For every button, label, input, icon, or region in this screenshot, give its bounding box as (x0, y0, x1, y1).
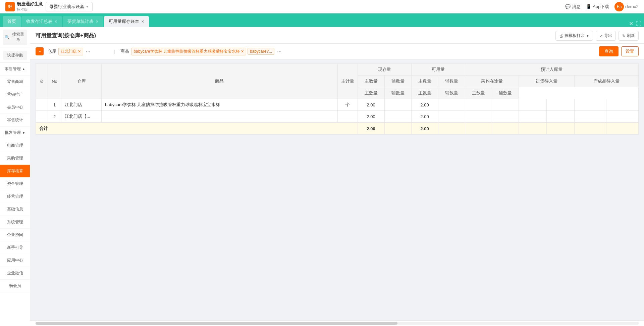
product-tag-close-0-icon[interactable]: ✕ (241, 49, 244, 54)
sidebar-item-marketing[interactable]: 营销推广 (0, 88, 30, 101)
tab-orders-close-icon[interactable]: ✕ (96, 19, 99, 24)
total-production-aux (606, 123, 639, 135)
tab-orders-label: 要货单统计表 (67, 18, 94, 25)
sidebar-item-retail-mall[interactable]: 零售商城 (0, 76, 30, 88)
sidebar-item-retail-stats[interactable]: 零售统计 (0, 114, 30, 127)
messages-label: 消息 (572, 4, 581, 10)
tab-close-all-icon[interactable]: ✕ (629, 20, 633, 27)
col-inbound-label: 进货待入量 (536, 79, 557, 84)
sidebar-item-vip-label: 畅会员 (9, 283, 21, 289)
content-area: 可用量查询(按仓库+商品) 🖨 按模板打印 ▼ ↗ 导出 ↻ 刷新 (30, 27, 644, 326)
sidebar-item-finance[interactable]: 资金管理 (0, 178, 30, 190)
col-header-stock-group: 现存量 (358, 64, 411, 76)
col-available-group-label: 可用量 (432, 67, 445, 72)
col-header-available-group: 可用量 (411, 64, 465, 76)
tab-fullscreen-icon[interactable]: ⛶ (636, 21, 641, 27)
refresh-button[interactable]: ↻ 刷新 (619, 31, 639, 41)
sidebar-item-app-center-label: 应用中心 (7, 258, 23, 263)
sidebar-item-enterprise[interactable]: 企业协同 (0, 229, 30, 241)
app-download-button[interactable]: 📱 App下载 (586, 4, 609, 10)
refresh-label: 刷新 (627, 33, 635, 39)
filter-expand-button[interactable]: » (36, 47, 44, 55)
sidebar-item-member-label: 会员中心 (7, 104, 23, 110)
sidebar-item-system[interactable]: 系统管理 (0, 216, 30, 229)
export-button[interactable]: ↗ 导出 (596, 31, 616, 41)
row-no: 1 (48, 99, 61, 111)
sidebar-item-basic-info-label: 基础信息 (7, 206, 23, 212)
product-filter-ellipsis[interactable]: ··· (276, 48, 283, 54)
sidebar-item-wholesale-label: 批发管理 (5, 130, 21, 136)
brand-info: 畅捷通好生意 标准版 (17, 1, 43, 12)
col-header-inbound-aux: 辅数量 (438, 87, 465, 99)
table-container[interactable]: ⚙ No 仓库 商品 主计量 (30, 59, 644, 320)
sidebar-item-purchase[interactable]: 采购管理 (0, 152, 30, 165)
sidebar-item-retail-mgmt[interactable]: 零售管理 ▲ (0, 63, 30, 76)
sidebar-item-ecommerce[interactable]: 电商管理 (0, 139, 30, 152)
total-row: 合计 2.00 2.00 (36, 123, 639, 135)
sidebar-item-enterprise-wx[interactable]: 企业微信 (0, 267, 30, 280)
tab-available-close-icon[interactable]: ✕ (141, 19, 144, 24)
sidebar-item-finance-label: 资金管理 (7, 181, 23, 187)
sidebar-item-newbie-label: 新手引导 (7, 245, 23, 250)
col-purchase-label: 采购在途量 (481, 79, 503, 84)
tab-orders[interactable]: 要货单统计表 ✕ (63, 16, 103, 27)
tab-receipts-close-icon[interactable]: ✕ (54, 19, 57, 24)
filter-separator: | (114, 49, 115, 54)
row-purchase-aux (492, 111, 519, 123)
tab-receipts[interactable]: 收发存汇总表 ✕ (21, 16, 62, 27)
search-menu-button[interactable]: 🔍 搜索菜单 (3, 30, 27, 45)
search-icon: 🔍 (5, 35, 10, 40)
message-icon: 💬 (565, 4, 571, 9)
row-stock-aux (384, 99, 411, 111)
export-icon: ↗ (599, 34, 603, 38)
logo-icon: 好 (5, 2, 15, 11)
sidebar-item-marketing-label: 营销推广 (7, 92, 23, 97)
page-title: 可用量查询(按仓库+商品) (36, 32, 96, 39)
col-production-label: 产成品待入量 (593, 79, 620, 84)
sidebar-item-app-center[interactable]: 应用中心 (0, 254, 30, 267)
total-stock-aux (384, 123, 411, 135)
print-button[interactable]: 🖨 按模板打印 ▼ (555, 31, 593, 41)
user-profile[interactable]: Ea demo2 (614, 2, 639, 11)
quick-nav-button[interactable]: 快捷导航 (3, 51, 27, 60)
col-settings-gear-icon[interactable]: ⚙ (40, 79, 44, 84)
row-production-aux (606, 99, 639, 111)
quick-nav-label: 快捷导航 (7, 53, 23, 57)
total-avail-main: 2.00 (411, 123, 438, 135)
tab-available[interactable]: 可用量库存账本 ✕ (104, 16, 149, 27)
sidebar-arrow-icon-5: ▼ (22, 131, 25, 135)
row-avail-main: 2.00 (411, 111, 438, 123)
tab-home[interactable]: 首页 (3, 16, 21, 27)
sidebar-item-operations[interactable]: 经营管理 (0, 190, 30, 203)
row-settings (36, 99, 48, 111)
warehouse-filter-label: 仓库 (48, 48, 56, 54)
query-button[interactable]: 查询 (599, 46, 619, 56)
sidebar-item-vip[interactable]: 畅会员 (0, 280, 30, 292)
industry-selector[interactable]: 母婴行业演示账套 ▼ (46, 2, 93, 11)
sidebar-item-inventory[interactable]: 库存核算 (0, 165, 30, 178)
page-header: 可用量查询(按仓库+商品) 🖨 按模板打印 ▼ ↗ 导出 ↻ 刷新 (30, 27, 644, 44)
sidebar-item-member[interactable]: 会员中心 (0, 101, 30, 114)
settings-button[interactable]: 设置 (621, 46, 639, 56)
total-purchase-main (465, 123, 492, 135)
row-inbound-main (519, 99, 546, 111)
sidebar-item-enterprise-wx-label: 企业微信 (7, 270, 23, 276)
sidebar-item-basic-info[interactable]: 基础信息 (0, 203, 30, 216)
refresh-icon: ↻ (622, 34, 626, 38)
sidebar-search-area: 🔍 搜索菜单 (0, 27, 30, 48)
sidebar-item-wholesale[interactable]: 批发管理 ▼ (0, 127, 30, 139)
messages-button[interactable]: 💬 消息 (565, 4, 581, 10)
version-tag: 标准版 (17, 7, 43, 12)
col-header-product: 商品 (102, 64, 338, 99)
col-header-production-aux: 辅数量 (492, 87, 519, 99)
sidebar-item-newbie[interactable]: 新手引导 (0, 241, 30, 254)
warehouse-tag-close-icon[interactable]: ✕ (78, 49, 81, 54)
sidebar-arrow-icon-0: ▲ (22, 67, 25, 71)
sidebar-item-operations-label: 经营管理 (7, 194, 23, 199)
filter-actions: 查询 设置 (599, 46, 639, 56)
warehouse-filter-ellipsis[interactable]: ··· (85, 48, 92, 54)
col-warehouse-label: 仓库 (77, 79, 86, 84)
horizontal-scrollbar[interactable] (36, 322, 639, 325)
print-arrow-icon: ▼ (586, 34, 589, 38)
nav-tabs-right: ✕ ⛶ (629, 20, 641, 27)
